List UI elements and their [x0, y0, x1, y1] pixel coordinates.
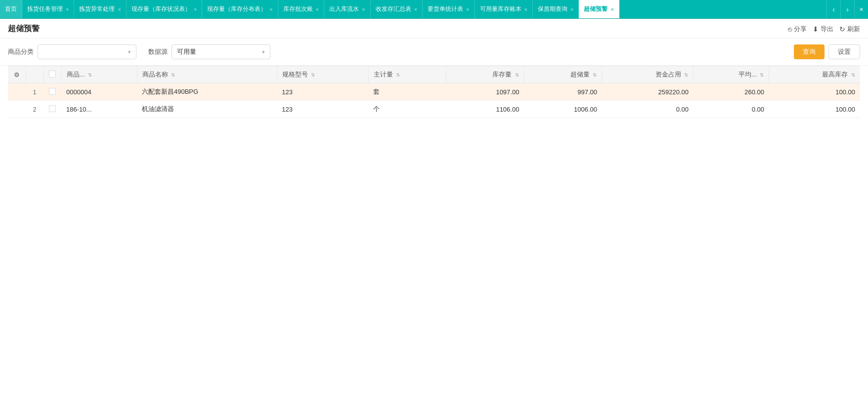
- close-icon[interactable]: ×: [194, 6, 197, 12]
- sort-icon: ⇅: [88, 72, 92, 78]
- column-code[interactable]: 商品... ⇅: [61, 66, 137, 83]
- column-settings[interactable]: ⚙: [8, 66, 26, 83]
- nav-tab-stock-status[interactable]: 现存量（库存状况表） ×: [127, 0, 202, 19]
- nav-tab-quality[interactable]: 保质期查询 ×: [533, 0, 579, 19]
- nav-tab-home[interactable]: 首页: [0, 0, 22, 19]
- header-actions: ⎋ 分享 ⬇ 导出 ↻ 刷新: [788, 25, 860, 34]
- close-icon[interactable]: ×: [610, 6, 613, 12]
- nav-tab-flow[interactable]: 出入库流水 ×: [324, 0, 370, 19]
- row-avg: 260.00: [694, 83, 769, 101]
- nav-tab-task-mgmt[interactable]: 拣货任务管理 ×: [22, 0, 74, 19]
- datasource-label: 数据源: [148, 47, 168, 56]
- table-body: 1 0000004 六配套新昌490BPG 123 套 1097.00 997.…: [8, 83, 860, 118]
- export-button[interactable]: ⬇ 导出: [813, 25, 833, 34]
- nav-close-button[interactable]: ×: [854, 0, 868, 19]
- row-capital: 259220.00: [602, 83, 694, 101]
- category-filter: 商品分类 ▾: [8, 44, 136, 59]
- datasource-select-value: 可用量: [177, 47, 196, 56]
- close-icon[interactable]: ×: [524, 6, 527, 12]
- table-container: ⚙ 商品... ⇅ 商品名称 ⇅ 规格型号 ⇅: [0, 66, 868, 118]
- column-spec[interactable]: 规格型号 ⇅: [277, 66, 368, 83]
- close-icon[interactable]: ×: [466, 6, 469, 12]
- column-overstock[interactable]: 超储量 ⇅: [524, 66, 602, 83]
- row-capital: 0.00: [602, 101, 694, 118]
- top-nav: 首页 拣货任务管理 × 拣货异常处理 × 现存量（库存状况表） × 现存量（库存…: [0, 0, 868, 19]
- filter-actions: 查询 设置: [794, 44, 860, 59]
- nav-tab-abnormal[interactable]: 拣货异常处理 ×: [74, 0, 126, 19]
- sort-icon: ⇅: [851, 72, 855, 78]
- refresh-button[interactable]: ↻ 刷新: [839, 25, 860, 34]
- sort-icon: ⇅: [684, 72, 688, 78]
- nav-prev-button[interactable]: ‹: [826, 0, 840, 19]
- refresh-icon: ↻: [839, 25, 845, 33]
- row-code: 186-10...: [61, 101, 137, 118]
- row-code: 0000004: [61, 83, 137, 101]
- nav-next-button[interactable]: ›: [840, 0, 854, 19]
- close-icon[interactable]: ×: [362, 6, 365, 12]
- sort-icon: ⇅: [396, 72, 400, 78]
- nav-tab-avail-account[interactable]: 可用量库存账本 ×: [475, 0, 533, 19]
- share-button[interactable]: ⎋ 分享: [788, 25, 807, 34]
- settings-button[interactable]: 设置: [828, 44, 860, 59]
- select-all-checkbox[interactable]: [49, 71, 56, 78]
- close-icon[interactable]: ×: [118, 6, 121, 12]
- nav-arrows: ‹ › ×: [826, 0, 868, 19]
- row-checkbox[interactable]: [49, 105, 56, 112]
- column-checkbox[interactable]: [43, 66, 61, 83]
- column-stock[interactable]: 库存量 ⇅: [446, 66, 524, 83]
- row-spec: 123: [277, 83, 368, 101]
- column-unit[interactable]: 主计量 ⇅: [368, 66, 446, 83]
- row-overstock: 997.00: [524, 83, 602, 101]
- close-icon[interactable]: ×: [316, 6, 319, 12]
- chevron-down-icon: ▾: [128, 49, 131, 55]
- nav-tab-batch[interactable]: 库存批次账 ×: [278, 0, 324, 19]
- sort-icon: ⇅: [760, 72, 764, 78]
- column-avg[interactable]: 平均... ⇅: [694, 66, 769, 83]
- nav-tab-overstock[interactable]: 超储预警 ×: [579, 0, 619, 19]
- row-max-stock: 100.00: [769, 101, 860, 118]
- row-checkbox-cell[interactable]: [43, 101, 61, 118]
- sort-icon: ⇅: [515, 72, 519, 78]
- row-checkbox[interactable]: [49, 88, 56, 95]
- row-name: 机油滤清器: [137, 101, 277, 118]
- gear-icon: ⚙: [14, 71, 20, 79]
- row-index: 1: [26, 83, 43, 101]
- row-name: 六配套新昌490BPG: [137, 83, 277, 101]
- sort-icon: ⇅: [171, 72, 175, 78]
- column-capital[interactable]: 资金占用 ⇅: [602, 66, 694, 83]
- row-checkbox-cell[interactable]: [43, 83, 61, 101]
- nav-tab-stock-dist[interactable]: 现存量（库存分布表） ×: [202, 0, 278, 19]
- page-title: 超储预警: [8, 24, 40, 34]
- column-max-stock[interactable]: 最高库存 ⇅: [769, 66, 860, 83]
- sort-icon: ⇅: [311, 72, 315, 78]
- close-icon[interactable]: ×: [414, 6, 417, 12]
- row-avg: 0.00: [694, 101, 769, 118]
- row-stock: 1097.00: [446, 83, 524, 101]
- filter-row: 商品分类 ▾ 数据源 可用量 ▾ 查询 设置: [0, 39, 868, 66]
- page-header: 超储预警 ⎋ 分享 ⬇ 导出 ↻ 刷新: [0, 19, 868, 39]
- export-icon: ⬇: [813, 25, 819, 33]
- query-button[interactable]: 查询: [794, 44, 825, 59]
- sort-icon: ⇅: [593, 72, 597, 78]
- row-spec: 123: [277, 101, 368, 118]
- column-name[interactable]: 商品名称 ⇅: [137, 66, 277, 83]
- row-overstock: 1006.00: [524, 101, 602, 118]
- table-row: 2 186-10... 机油滤清器 123 个 1106.00 1006.00 …: [8, 101, 860, 118]
- close-icon[interactable]: ×: [570, 6, 573, 12]
- row-settings-cell: [8, 83, 26, 101]
- datasource-filter: 数据源 可用量 ▾: [148, 44, 270, 59]
- category-select[interactable]: ▾: [38, 44, 136, 59]
- nav-tab-recv-send[interactable]: 收发存汇总表 ×: [371, 0, 423, 19]
- data-table: ⚙ 商品... ⇅ 商品名称 ⇅ 规格型号 ⇅: [8, 66, 860, 118]
- close-icon[interactable]: ×: [269, 6, 272, 12]
- datasource-select[interactable]: 可用量 ▾: [172, 44, 270, 59]
- row-max-stock: 100.00: [769, 83, 860, 101]
- row-settings-cell: [8, 101, 26, 118]
- row-index: 2: [26, 101, 43, 118]
- row-unit: 套: [368, 83, 446, 101]
- close-icon[interactable]: ×: [66, 6, 69, 12]
- nav-tab-order-stats[interactable]: 要货单统计表 ×: [423, 0, 475, 19]
- share-icon: ⎋: [788, 25, 792, 33]
- table-row: 1 0000004 六配套新昌490BPG 123 套 1097.00 997.…: [8, 83, 860, 101]
- category-label: 商品分类: [8, 47, 34, 56]
